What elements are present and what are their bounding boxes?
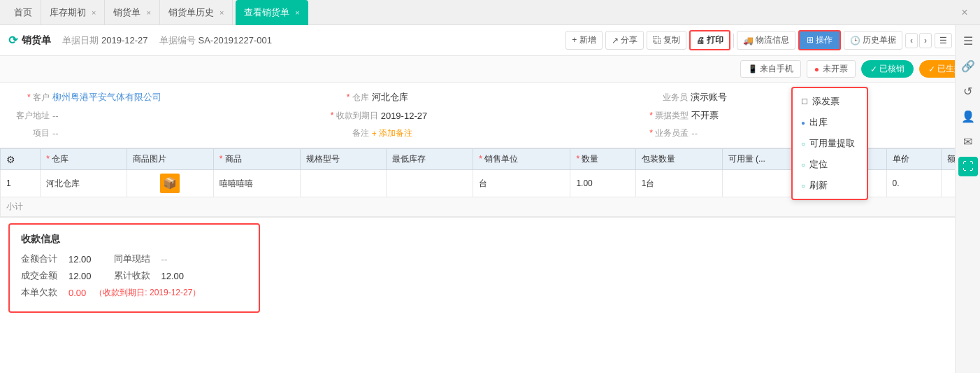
doc-toolbar: + 新增 ↗ 分享 ⿻ 复制 🖨 打印 🚚 物流信息 <box>565 30 972 50</box>
prev-arrow[interactable]: ‹ <box>905 33 918 48</box>
payment-row-2: 成交金额 12.00 累计收款 12.00 <box>21 269 247 282</box>
tab-sales-close[interactable]: × <box>146 8 150 17</box>
list-view-button[interactable]: ☰ <box>935 33 952 48</box>
transaction-amount-item: 成交金额 12.00 <box>21 269 92 282</box>
payment-row-1: 金额合计 12.00 同单现结 -- <box>21 253 247 265</box>
date-label: 单据日期 <box>62 34 99 47</box>
sidebar-icon-table[interactable]: ☰ <box>958 31 978 50</box>
tab-sales[interactable]: 销货单 × <box>105 0 159 25</box>
tab-view-sales-close[interactable]: × <box>295 8 299 17</box>
row-unit-price: 0. <box>886 170 941 197</box>
tab-view-sales-label: 查看销货单 <box>244 6 289 19</box>
sales-person-label: 业务员孟 <box>649 127 689 139</box>
row-sales-unit: 台 <box>473 170 570 197</box>
col-product: 商品 <box>213 149 300 170</box>
project-field: 项目 -- <box>11 127 331 139</box>
staff-label: 业务员 <box>649 92 688 104</box>
new-button-label: + 新增 <box>572 34 596 46</box>
check-icon: ✓ <box>870 64 877 74</box>
from-mobile-label: 来自手机 <box>760 63 793 75</box>
remark-field: 备注 + 添加备注 <box>331 127 650 139</box>
tab-view-sales[interactable]: 查看销货单 × <box>236 0 308 25</box>
logistics-button[interactable]: 🚚 物流信息 <box>737 31 795 50</box>
col-settings[interactable]: ⚙ <box>1 149 41 170</box>
sidebar-icon-link[interactable]: 🔗 <box>958 56 978 76</box>
sales-person-value: -- <box>691 128 698 139</box>
cumulative-label: 累计收款 <box>114 269 156 282</box>
sidebar-icon-user[interactable]: 👤 <box>958 106 978 126</box>
available-item[interactable]: ○ 可用量提取 <box>793 133 867 154</box>
confirmed-button[interactable]: ✓ 已核销 <box>861 60 914 78</box>
sales-order-icon: ⟳ <box>8 34 17 47</box>
project-value: -- <box>52 128 59 139</box>
doc-title-group: ⟳ 销货单 <box>8 34 51 47</box>
row-min-stock <box>387 170 473 197</box>
number-value: SA-20191227-001 <box>199 35 273 45</box>
operation-button[interactable]: ⊞ 操作 <box>798 30 841 50</box>
tab-sales-history-close[interactable]: × <box>219 8 224 17</box>
available-icon: ○ <box>801 140 805 148</box>
print-button[interactable]: 🖨 打印 <box>689 30 730 50</box>
transaction-amount-value: 12.00 <box>69 271 92 281</box>
customer-address-field: 客户地址 -- <box>11 109 331 122</box>
payment-row-3: 本单欠款 0.00 （收款到期日: 2019-12-27） <box>21 286 247 299</box>
tab-inventory[interactable]: 库存期初 × <box>41 0 105 25</box>
share-icon: ↗ <box>612 36 619 45</box>
remark-label: 备注 <box>331 127 369 139</box>
next-arrow[interactable]: › <box>919 33 932 48</box>
settlement-value: -- <box>161 254 168 265</box>
col-package-qty: 包装数量 <box>635 149 722 170</box>
customer-value[interactable]: 柳州粤港平安气体有限公司 <box>52 91 161 104</box>
refresh-item[interactable]: ○ 刷新 <box>793 175 867 196</box>
row-quantity: 1.00 <box>570 170 635 197</box>
col-unit-price: 单价 <box>886 149 941 170</box>
out-stock-label: 出库 <box>809 116 828 129</box>
col-spec: 规格型号 <box>300 149 387 170</box>
warehouse-value: 河北仓库 <box>372 91 408 104</box>
refresh-icon: ○ <box>801 182 805 190</box>
tab-inventory-close[interactable]: × <box>92 8 96 17</box>
col-product-image: 商品图片 <box>127 149 213 170</box>
customer-address-label: 客户地址 <box>11 110 50 122</box>
overdue-value: 0.00 <box>69 288 86 298</box>
window-close-button[interactable]: × <box>955 3 974 22</box>
copy-button[interactable]: ⿻ 复制 <box>647 31 686 50</box>
new-button[interactable]: + 新增 <box>565 31 602 50</box>
out-stock-item[interactable]: ● 出库 <box>793 112 867 133</box>
customer-field: 客户 柳州粤港平安气体有限公司 <box>11 91 331 104</box>
main-content: ⟳ 销货单 单据日期 2019-12-27 单据编号 SA-20191227-0… <box>0 25 980 373</box>
cumulative-value: 12.00 <box>161 271 185 281</box>
sub-toolbar: 📱 来自手机 未开票 ✓ 已核销 ✓ 已生效 <box>0 56 980 83</box>
locate-icon: ○ <box>801 161 805 169</box>
col-sales-unit: 销售单位 <box>473 149 570 170</box>
share-button[interactable]: ↗ 分享 <box>605 31 644 50</box>
add-note-button[interactable]: + 添加备注 <box>372 127 412 139</box>
tab-sales-history[interactable]: 销货单历史 × <box>160 0 233 25</box>
from-mobile-button[interactable]: 📱 来自手机 <box>740 60 801 78</box>
not-open-button[interactable]: 未开票 <box>807 60 856 78</box>
sidebar-icon-expand[interactable]: ⛶ <box>958 157 978 176</box>
cumulative-item: 累计收款 12.00 <box>114 269 185 282</box>
add-invoice-label: 添发票 <box>812 95 840 108</box>
total-amount-item: 金额合计 12.00 <box>21 253 92 265</box>
warehouse-field: 仓库 河北仓库 <box>331 91 650 104</box>
tab-home-label: 首页 <box>14 6 32 19</box>
sidebar-icon-refresh[interactable]: ↺ <box>958 81 978 101</box>
tab-home[interactable]: 首页 <box>6 0 41 25</box>
add-invoice-item[interactable]: ☐ 添发票 <box>793 91 867 112</box>
logistics-icon: 🚚 <box>743 36 754 45</box>
locate-item[interactable]: ○ 定位 <box>793 154 867 175</box>
confirmed-label: 已核销 <box>879 63 905 75</box>
number-label: 单据编号 <box>159 34 196 47</box>
payment-info-panel: 收款信息 金额合计 12.00 同单现结 -- 成交金额 12.00 <box>8 223 260 313</box>
payment-date-value: 2019-12-27 <box>381 111 428 121</box>
out-stock-icon: ● <box>801 119 805 127</box>
history-button[interactable]: 🕒 历史单据 <box>844 31 902 50</box>
sidebar-icon-mail[interactable]: ✉ <box>958 132 978 151</box>
plus-icon: + <box>372 129 377 139</box>
toolbar-separator-1 <box>733 34 734 48</box>
settlement-item: 同单现结 -- <box>114 253 168 265</box>
warehouse-label: 仓库 <box>331 92 369 104</box>
row-product: 嘻嘻嘻嘻 <box>213 170 300 197</box>
doc-number-meta: 单据编号 SA-20191227-001 <box>159 34 273 47</box>
